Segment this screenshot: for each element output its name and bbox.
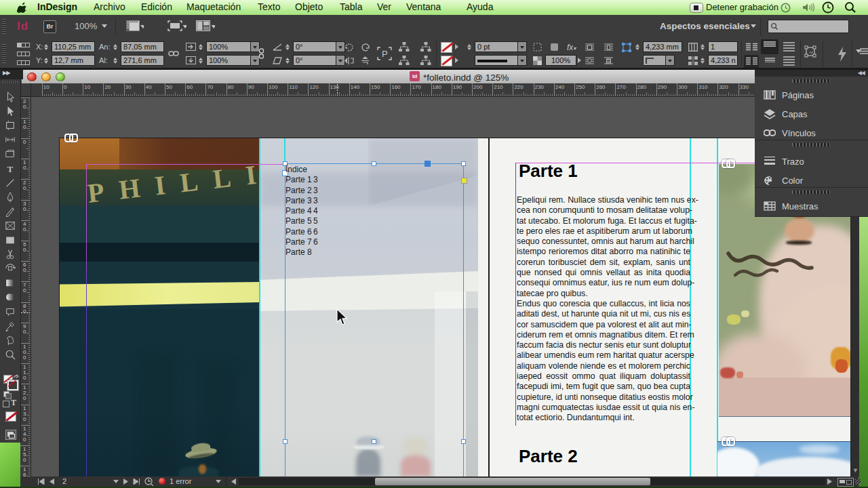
svg-text:P: P (382, 49, 388, 59)
svg-text:T: T (7, 164, 14, 174)
